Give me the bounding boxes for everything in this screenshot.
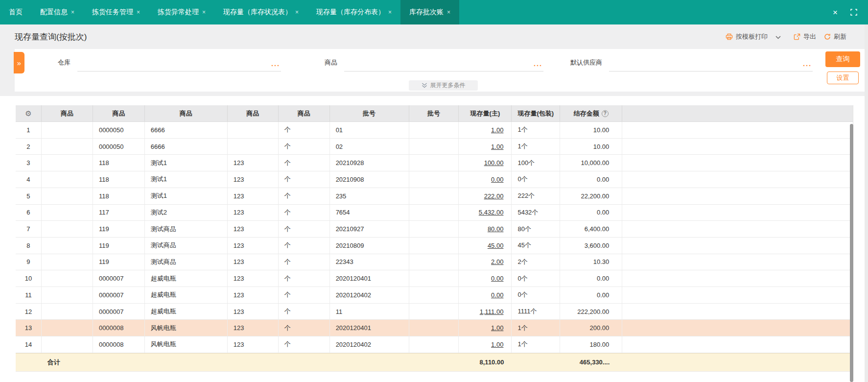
qty-main-link[interactable]: 100.00	[484, 159, 504, 167]
table-row[interactable]: 100000007超威电瓶123个20201204010.000个0.00	[16, 270, 853, 287]
close-icon[interactable]: ×	[833, 8, 838, 17]
product-picker-ellipsis-icon[interactable]: ···	[534, 62, 542, 69]
cell-qty_main[interactable]: 5,432.00	[459, 205, 512, 221]
cell-amount: 0.00	[560, 205, 622, 221]
table-row[interactable]: 3118测试1123个20210928100.00100个10,000.00	[16, 155, 853, 171]
inventory-batch-table: ⚙商品商品商品商品商品批号批号现存量(主)现存量(包装)结存金额? 100000…	[16, 105, 853, 372]
cell-qty_main[interactable]: 1.00	[459, 320, 512, 336]
product-input[interactable]	[344, 54, 543, 71]
default-supplier-input[interactable]	[609, 54, 813, 71]
cell-spec: 123	[228, 171, 279, 188]
cell-code: 0000007	[93, 270, 145, 287]
tab-label: 现存量（库存状况表）	[223, 8, 292, 17]
cell-code: 0000008	[93, 336, 145, 353]
qty-main-link[interactable]: 0.00	[491, 291, 503, 299]
more-conditions-button[interactable]: 展开更多条件	[409, 80, 478, 91]
warehouse-input[interactable]	[77, 54, 281, 71]
query-button[interactable]: 查询	[825, 51, 860, 67]
tab-现存量（库存分布表）[interactable]: 现存量（库存分布表）×	[307, 0, 400, 24]
table-row[interactable]: 200000506666个021.001个10.00	[16, 139, 853, 155]
tab-首页[interactable]: 首页	[0, 0, 31, 24]
cell-code: 0000008	[93, 320, 145, 336]
table-scrollbar-thumb[interactable]	[850, 124, 853, 382]
refresh-button[interactable]: 刷新	[824, 32, 846, 41]
cell-qty_main[interactable]: 100.00	[459, 155, 512, 171]
table-row[interactable]: 110000007超威电瓶123个20201204020.000个0.00	[16, 287, 853, 304]
warehouse-picker-ellipsis-icon[interactable]: ···	[271, 62, 280, 69]
cell-name: 测试1	[145, 188, 228, 205]
tab-close-icon[interactable]: ×	[137, 9, 140, 16]
qty-main-link[interactable]: 5,432.00	[479, 209, 504, 216]
cell-qty_main[interactable]: 1.00	[459, 139, 512, 155]
cell-qty_main[interactable]: 0.00	[459, 171, 512, 188]
tab-拣货异常处理[interactable]: 拣货异常处理×	[149, 0, 214, 24]
table-row[interactable]: 6117测试2123个76545,432.005432个0.00	[16, 205, 853, 221]
default-supplier-picker-ellipsis-icon[interactable]: ···	[803, 62, 812, 69]
cell-code: 118	[93, 188, 145, 205]
column-settings-gear-icon[interactable]: ⚙	[25, 110, 31, 117]
table-row[interactable]: 120000007超威电瓶123个111,111.001111个222,200.…	[16, 304, 853, 320]
table-row[interactable]: 100000506666个011.001个10.00	[16, 122, 853, 139]
qty-main-link[interactable]: 1.00	[491, 126, 503, 134]
tab-现存量（库存状况表）[interactable]: 现存量（库存状况表）×	[214, 0, 307, 24]
print-template-button[interactable]: 按模板打印	[726, 32, 768, 41]
cell-amount: 200.00	[560, 320, 622, 336]
table-row[interactable]: 8119测试商品123个2021080945.0045个3,600.00	[16, 238, 853, 254]
table-row[interactable]: 130000008风帆电瓶123个20201204011.001个200.00	[16, 320, 853, 336]
table-row[interactable]: 140000008风帆电瓶123个20201204021.001个180.00	[16, 336, 853, 353]
cell-spec: 123	[228, 221, 279, 238]
more-conditions-label: 展开更多条件	[430, 81, 466, 90]
qty-main-link[interactable]: 222.00	[484, 192, 504, 200]
cell-group	[42, 139, 93, 155]
table-row[interactable]: 5118测试1123个235222.00222个22,200.00	[16, 188, 853, 205]
cell-qty_main[interactable]: 0.00	[459, 270, 512, 287]
cell-code: 119	[93, 238, 145, 254]
tab-配置信息[interactable]: 配置信息×	[31, 0, 83, 24]
qty-main-link[interactable]: 0.00	[491, 176, 503, 183]
cell-filler	[622, 254, 853, 271]
qty-main-link[interactable]: 1.00	[491, 341, 503, 348]
cell-qty_main[interactable]: 45.00	[459, 238, 512, 254]
settings-button[interactable]: 设置	[827, 72, 859, 84]
cell-batch: 2020120402	[330, 287, 409, 304]
tab-库存批次账[interactable]: 库存批次账×	[400, 0, 459, 24]
cell-filler	[622, 320, 853, 336]
cell-qty_main[interactable]: 222.00	[459, 188, 512, 205]
tab-close-icon[interactable]: ×	[295, 9, 299, 16]
qty-main-link[interactable]: 0.00	[491, 275, 503, 282]
fullscreen-icon[interactable]	[850, 9, 857, 16]
table-row[interactable]: 4118测试1123个202109080.000个0.00	[16, 171, 853, 188]
tab-close-icon[interactable]: ×	[202, 9, 206, 16]
cell-group	[42, 287, 93, 304]
qty-main-link[interactable]: 1.00	[491, 324, 503, 332]
cell-unit: 个	[279, 139, 330, 155]
tab-拣货任务管理[interactable]: 拣货任务管理×	[83, 0, 149, 24]
cell-unit: 个	[279, 320, 330, 336]
cell-batch: 235	[330, 188, 409, 205]
tab-close-icon[interactable]: ×	[388, 9, 392, 16]
cell-batch2	[409, 171, 459, 188]
tab-close-icon[interactable]: ×	[447, 9, 450, 16]
qty-main-link[interactable]: 80.00	[488, 225, 504, 233]
export-button[interactable]: 导出	[794, 32, 816, 41]
filter-collapse-tab[interactable]: »	[14, 52, 24, 73]
cell-qty_main[interactable]: 80.00	[459, 221, 512, 238]
cell-qty_main[interactable]: 0.00	[459, 287, 512, 304]
table-row[interactable]: 7119测试商品123个2021092780.0080个6,400.00	[16, 221, 853, 238]
cell-qty_main[interactable]: 1.00	[459, 122, 512, 139]
cell-batch2	[409, 122, 459, 139]
cell-unit: 个	[279, 270, 330, 287]
qty-main-link[interactable]: 1.00	[491, 143, 503, 150]
qty-main-link[interactable]: 1,111.00	[480, 308, 504, 315]
cell-qty_main[interactable]: 1.00	[459, 336, 512, 353]
tab-close-icon[interactable]: ×	[71, 9, 74, 16]
table-row[interactable]: 9119测试商品123个223432.002个10.30	[16, 254, 853, 271]
chevron-down-icon[interactable]	[775, 33, 781, 41]
column-header-label: 批号	[427, 109, 440, 118]
cell-qty_main[interactable]: 1,111.00	[459, 304, 512, 320]
qty-main-link[interactable]: 2.00	[491, 258, 503, 265]
cell-qty_main[interactable]: 2.00	[459, 254, 512, 271]
help-icon[interactable]: ?	[602, 110, 609, 117]
qty-main-link[interactable]: 45.00	[488, 242, 504, 249]
cell-group	[42, 270, 93, 287]
